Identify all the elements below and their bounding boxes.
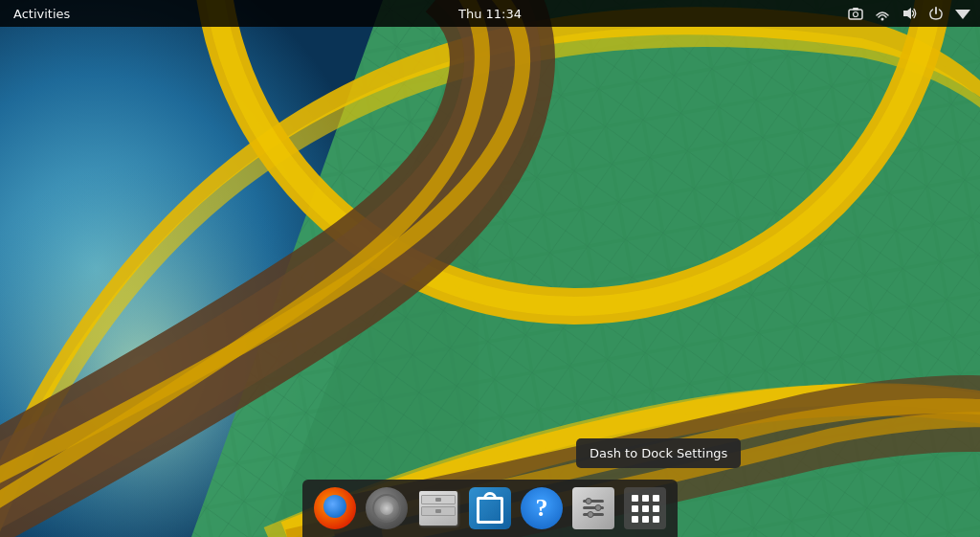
svg-marker-14 — [955, 10, 970, 19]
svg-point-10 — [854, 12, 858, 17]
desktop: Activities Thu 11:34 — [0, 0, 980, 537]
topbar-right — [846, 4, 980, 23]
power-icon[interactable] — [926, 4, 946, 23]
svg-rect-9 — [849, 10, 862, 19]
dock-item-firefox[interactable] — [312, 485, 358, 531]
dock-item-settings[interactable] — [570, 485, 616, 531]
wallpaper — [0, 0, 980, 537]
clock: Thu 11:34 — [458, 7, 522, 21]
activities-button[interactable]: Activities — [10, 7, 74, 21]
dock-item-apps-grid[interactable] — [622, 485, 668, 531]
dock-item-help[interactable]: ? — [519, 485, 565, 531]
svg-point-12 — [881, 18, 884, 21]
svg-marker-13 — [903, 8, 911, 19]
network-icon[interactable] — [873, 4, 892, 23]
dock-item-store[interactable] — [467, 485, 513, 531]
dock-item-myapp[interactable] — [364, 485, 410, 531]
topbar: Activities Thu 11:34 — [0, 0, 980, 27]
svg-point-16 — [586, 499, 591, 504]
svg-point-20 — [588, 512, 593, 518]
camera-icon[interactable] — [846, 4, 865, 23]
volume-icon[interactable] — [900, 4, 919, 23]
svg-rect-11 — [853, 8, 858, 11]
dock: ? — [302, 480, 678, 537]
dock-item-files[interactable] — [415, 485, 461, 531]
power-arrow-icon[interactable] — [953, 4, 972, 23]
svg-point-18 — [595, 505, 601, 511]
